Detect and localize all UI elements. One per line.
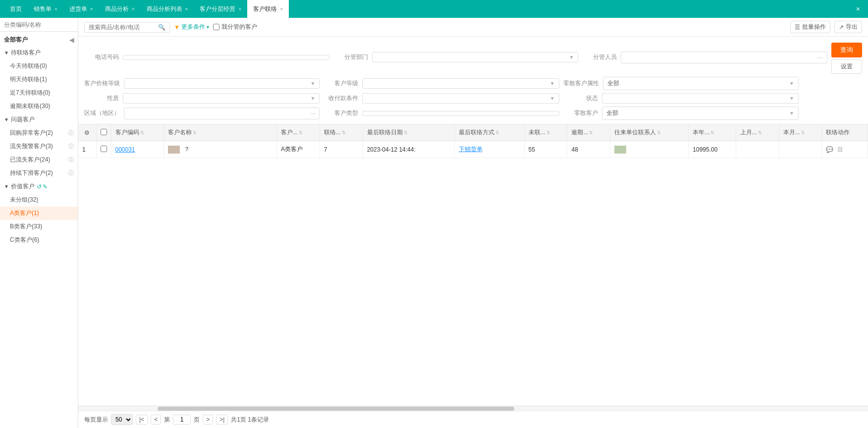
sort-last-date-icon[interactable]: ⇅: [404, 130, 408, 135]
sidebar-item-overdue[interactable]: 逾期未联络(30): [0, 100, 78, 113]
th-this-month: 本月... ⇅: [779, 124, 822, 141]
level-filter: 客户等级 ▼: [324, 77, 559, 90]
nature-label: 性质: [84, 94, 119, 103]
table-settings-icon[interactable]: ⚙: [84, 129, 90, 136]
sidebar-item-unclassified[interactable]: 未分组(32): [0, 193, 78, 207]
status-input[interactable]: ▼: [602, 93, 799, 104]
sidebar-group-pending[interactable]: ▼ 待联络客户: [0, 46, 78, 59]
region-dots-icon: ···: [310, 110, 315, 117]
nav-tab-analysis-list[interactable]: 商品分析列表 ×: [141, 0, 194, 18]
nav-tab-purchase[interactable]: 进货单 ×: [63, 0, 99, 18]
sort-unit-contact-icon[interactable]: ⇅: [657, 130, 661, 135]
my-customers-check[interactable]: [213, 24, 219, 30]
horizontal-scrollbar[interactable]: [78, 406, 868, 411]
region-label: 区域（地区）: [84, 109, 120, 117]
prev-page-btn[interactable]: <: [151, 415, 161, 425]
export-icon: ↗: [839, 24, 844, 31]
sidebar-group-problem[interactable]: ▼ 问题客户: [0, 113, 78, 126]
level-input[interactable]: ▼: [362, 78, 559, 89]
region-filter: 区域（地区） ···: [84, 107, 320, 120]
sidebar-item-c-class[interactable]: C类客户(6): [0, 233, 78, 247]
sort-this-month-icon[interactable]: ⇅: [801, 130, 805, 135]
sidebar-item-today[interactable]: 今天待联络(0): [0, 59, 78, 73]
batch-op-btn[interactable]: ☰ 批量操作: [790, 21, 830, 33]
close-purchase-icon[interactable]: ×: [90, 6, 93, 12]
nav-tab-sales[interactable]: 销售单 ×: [28, 0, 63, 18]
sidebar-item-7days[interactable]: 近7天待联络(0): [0, 86, 78, 100]
row-last-date: 2023-04-12 14:44:: [363, 141, 454, 158]
close-analysis-icon[interactable]: ×: [132, 6, 135, 12]
person-input[interactable]: ···: [621, 52, 827, 63]
main-search-icon[interactable]: 🔍: [158, 24, 165, 31]
price-level-filter: 客户价格等级 ▼: [84, 77, 320, 90]
sidebar-item-repurchase[interactable]: 回购异常客户(2) ⓘ: [0, 126, 78, 140]
export-btn[interactable]: ↗ 导出: [834, 21, 862, 33]
refresh-icon[interactable]: ↺: [37, 183, 42, 190]
sidebar-search-input[interactable]: [4, 21, 78, 28]
row-last-method[interactable]: 下销货单: [454, 141, 524, 158]
sort-last-method-icon[interactable]: ⇅: [495, 130, 499, 135]
page-label: 第: [164, 416, 170, 424]
sidebar-collapse-icon[interactable]: ◀: [69, 37, 74, 44]
nav-tab-analysis[interactable]: 商品分析 ×: [99, 0, 141, 18]
row-type: A类客户: [276, 141, 320, 158]
th-unit-contact: 往来单位联系人 ⇅: [610, 124, 689, 141]
sort-overdue-icon[interactable]: ⇅: [589, 130, 593, 135]
close-segment-icon[interactable]: ×: [238, 6, 241, 12]
sort-last-month-icon[interactable]: ⇅: [758, 130, 762, 135]
nav-tab-customer-contact[interactable]: 客户联络 ×: [247, 0, 289, 18]
phone-input[interactable]: [123, 55, 329, 60]
sort-this-year-icon[interactable]: ⇅: [710, 130, 714, 135]
per-page-select[interactable]: 50: [111, 414, 133, 425]
edit-value-icon[interactable]: ✎: [43, 183, 48, 190]
region-input[interactable]: ···: [124, 107, 320, 119]
sidebar-item-churned[interactable]: 已流失客户(24) ⓘ: [0, 153, 78, 166]
sort-type-icon[interactable]: ⇅: [299, 130, 303, 135]
price-arrow-icon: ▼: [310, 81, 315, 86]
sidebar-item-b-class[interactable]: B类客户(33): [0, 220, 78, 233]
action-chat-icon[interactable]: 💬: [826, 146, 833, 153]
close-analysis-list-icon[interactable]: ×: [185, 6, 188, 12]
row-unit-contact: [610, 141, 689, 158]
nature-input[interactable]: ▼: [123, 93, 320, 104]
nav-tab-customer-segment[interactable]: 客户分层经营 ×: [194, 0, 247, 18]
pay-input[interactable]: ▼: [362, 93, 559, 104]
select-all-checkbox[interactable]: [101, 129, 107, 135]
price-level-input[interactable]: ▼: [124, 78, 320, 89]
row-code[interactable]: 000031: [111, 141, 164, 158]
query-button[interactable]: 查询: [831, 43, 862, 57]
triangle-problem-icon: ▼: [4, 117, 9, 122]
th-gear: ⚙: [78, 124, 96, 141]
page-input[interactable]: [173, 415, 191, 425]
row-name[interactable]: ？: [164, 141, 277, 158]
customer-type-input[interactable]: [362, 111, 559, 116]
settings-button[interactable]: 设置: [831, 59, 862, 74]
next-page-btn[interactable]: >: [203, 415, 213, 425]
home-tab[interactable]: 首页: [4, 0, 28, 18]
sort-uncontacted-icon[interactable]: ⇅: [546, 130, 550, 135]
sidebar-group-value[interactable]: ▼ 价值客户 ↺ ✎: [0, 180, 78, 193]
action-link-icon[interactable]: ⛓: [837, 146, 843, 153]
triangle-pending-icon: ▼: [4, 50, 9, 55]
row-checkbox[interactable]: [101, 146, 107, 152]
sidebar-item-a-class[interactable]: A类客户(1): [0, 207, 78, 220]
department-input[interactable]: ▼: [372, 52, 579, 62]
sidebar-item-declining[interactable]: 持续下滑客户(2) ⓘ: [0, 166, 78, 180]
sort-name-icon[interactable]: ⇅: [193, 130, 197, 135]
sidebar-all-customers[interactable]: 全部客户 ◀: [0, 32, 78, 46]
sort-contact-count-icon[interactable]: ⇅: [342, 130, 346, 135]
chevron-down-icon: ▾: [207, 24, 209, 30]
global-close-icon[interactable]: ×: [852, 5, 864, 13]
scrollbar-thumb[interactable]: [158, 407, 514, 411]
sidebar-item-churn-warning[interactable]: 流失预警客户(3) ⓘ: [0, 140, 78, 153]
close-sales-icon[interactable]: ×: [54, 6, 57, 12]
first-page-btn[interactable]: |<: [136, 415, 148, 425]
retail-attr-input[interactable]: 全部 ▼: [603, 77, 799, 90]
retail-customer-input[interactable]: 全部 ▼: [602, 107, 799, 120]
sort-code-icon[interactable]: ⇅: [140, 130, 144, 135]
close-contact-icon[interactable]: ×: [280, 6, 283, 12]
last-page-btn[interactable]: >|: [216, 415, 228, 425]
sidebar-item-tomorrow[interactable]: 明天待联络(1): [0, 73, 78, 86]
more-conditions-btn[interactable]: ▼ 更多条件 ▾: [174, 23, 209, 31]
main-search-input[interactable]: [89, 24, 158, 31]
